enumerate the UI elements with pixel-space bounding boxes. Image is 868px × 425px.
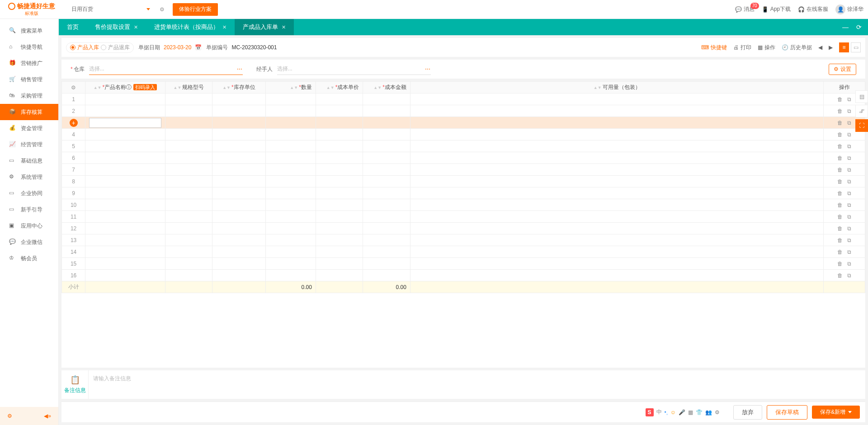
delete-row-icon[interactable]: 🗑 bbox=[837, 178, 843, 185]
copy-row-icon[interactable]: ⧉ bbox=[847, 96, 851, 103]
delete-row-icon[interactable]: 🗑 bbox=[837, 131, 843, 138]
scan-input-button[interactable]: 扫码录入 bbox=[133, 84, 157, 90]
sidebar-item-bag[interactable]: 🛍采购管理 bbox=[0, 88, 58, 104]
settings-button[interactable]: ⚙设置 bbox=[829, 64, 856, 75]
warehouse-field[interactable]: 仓库 选择...⋯ bbox=[71, 63, 243, 75]
col-spec[interactable]: ▲▼规格型号 bbox=[165, 82, 212, 93]
save-and-new-button[interactable]: 保存&新增 bbox=[812, 406, 860, 419]
col-unit[interactable]: ▲▼*库存单位 bbox=[212, 82, 266, 93]
operate-button[interactable]: ▦操作 bbox=[758, 44, 775, 51]
sidebar-item-home[interactable]: ⌂快捷导航 bbox=[0, 39, 58, 55]
table-row[interactable]: 4🗑⧉ bbox=[62, 129, 865, 140]
copy-row-icon[interactable]: ⧉ bbox=[847, 120, 851, 126]
delete-row-icon[interactable]: 🗑 bbox=[837, 167, 843, 173]
table-row[interactable]: 15🗑⧉ bbox=[62, 258, 865, 270]
copy-row-icon[interactable]: ⧉ bbox=[847, 155, 851, 161]
delete-row-icon[interactable]: 🗑 bbox=[837, 96, 843, 103]
tab-1[interactable]: 售价提取设置✕ bbox=[87, 19, 146, 35]
delete-row-icon[interactable]: 🗑 bbox=[837, 202, 843, 208]
view-list-button[interactable]: ≡ bbox=[839, 42, 849, 52]
app-download-button[interactable]: 📱App下载 bbox=[762, 5, 791, 13]
discard-button[interactable]: 放弃 bbox=[733, 405, 762, 420]
tab-minimize-button[interactable]: — bbox=[840, 22, 851, 33]
copy-row-icon[interactable]: ⧉ bbox=[847, 178, 851, 185]
sidebar-item-wallet[interactable]: 💰资金管理 bbox=[0, 120, 58, 136]
table-row[interactable]: +🗑⧉ bbox=[62, 117, 865, 129]
sidebar-item-vip[interactable]: ♔畅会员 bbox=[0, 250, 58, 266]
shortcut-link[interactable]: ⌨快捷键 bbox=[701, 44, 727, 51]
delete-row-icon[interactable]: 🗑 bbox=[837, 214, 843, 220]
copy-row-icon[interactable]: ⧉ bbox=[847, 214, 851, 220]
category-settings-button[interactable]: ⚙ bbox=[156, 3, 168, 16]
doc-date-field[interactable]: 单据日期 2023-03-20 📅 bbox=[138, 44, 202, 51]
col-settings[interactable]: ⚙ bbox=[62, 82, 85, 93]
sidebar-item-chart[interactable]: 📈经营管理 bbox=[0, 136, 58, 153]
sidebar-item-box[interactable]: 📦库存核算 bbox=[0, 104, 58, 120]
table-row[interactable]: 9🗑⧉ bbox=[62, 187, 865, 199]
sidebar-item-info[interactable]: ▭基础信息 bbox=[0, 153, 58, 169]
delete-row-icon[interactable]: 🗑 bbox=[837, 120, 843, 126]
messages-button[interactable]: 💬 消息 70 bbox=[735, 5, 755, 13]
radio-product-in[interactable]: 产品入库 bbox=[70, 44, 99, 51]
sidebar-item-team[interactable]: ▭企业协同 bbox=[0, 185, 58, 201]
sidebar-item-cart[interactable]: 🛒销售管理 bbox=[0, 71, 58, 88]
table-row[interactable]: 8🗑⧉ bbox=[62, 176, 865, 187]
col-qty[interactable]: ▲▼*数量 bbox=[265, 82, 316, 93]
copy-row-icon[interactable]: ⧉ bbox=[847, 272, 851, 279]
table-row[interactable]: 5🗑⧉ bbox=[62, 140, 865, 152]
remarks-input[interactable]: 请输入备注信息 bbox=[89, 370, 865, 399]
sidebar-item-gear[interactable]: ⚙系统管理 bbox=[0, 169, 58, 185]
sidebar-item-guide[interactable]: ▭新手引导 bbox=[0, 201, 58, 218]
table-row[interactable]: 1🗑⧉ bbox=[62, 93, 865, 105]
copy-row-icon[interactable]: ⧉ bbox=[847, 261, 851, 267]
col-available[interactable]: ▲▼可用量（包装） bbox=[410, 82, 824, 93]
close-icon[interactable]: ✕ bbox=[134, 24, 138, 30]
product-name-input[interactable] bbox=[89, 118, 161, 128]
delete-row-icon[interactable]: 🗑 bbox=[837, 108, 843, 114]
user-menu[interactable]: 👤徐泽华 bbox=[835, 5, 863, 14]
table-row[interactable]: 14🗑⧉ bbox=[62, 246, 865, 258]
copy-row-icon[interactable]: ⧉ bbox=[847, 190, 851, 196]
view-card-button[interactable]: ▭ bbox=[851, 42, 861, 52]
delete-row-icon[interactable]: 🗑 bbox=[837, 272, 843, 279]
prev-doc-button[interactable]: ◀ bbox=[818, 44, 822, 51]
sidebar-item-gift[interactable]: 🎁营销推广 bbox=[0, 55, 58, 71]
col-product-name[interactable]: ▲▼*产品名称ⓘ扫码录入 bbox=[85, 82, 165, 93]
sidebar-item-wechat[interactable]: 💬企业微信 bbox=[0, 234, 58, 250]
category-select[interactable]: 日用百货 bbox=[68, 3, 154, 16]
tab-0[interactable]: 首页 bbox=[59, 19, 87, 35]
col-price[interactable]: ▲▼*成本单价 bbox=[316, 82, 363, 93]
copy-row-icon[interactable]: ⧉ bbox=[847, 143, 851, 149]
close-icon[interactable]: ✕ bbox=[282, 24, 286, 30]
table-row[interactable]: 2🗑⧉ bbox=[62, 105, 865, 117]
online-service-button[interactable]: 🎧在线客服 bbox=[798, 5, 828, 13]
delete-row-icon[interactable]: 🗑 bbox=[837, 190, 843, 196]
tab-3[interactable]: 产成品入库单✕ bbox=[235, 19, 294, 35]
delete-row-icon[interactable]: 🗑 bbox=[837, 249, 843, 255]
radio-product-out[interactable]: 产品退库 bbox=[101, 44, 130, 51]
table-row[interactable]: 13🗑⧉ bbox=[62, 234, 865, 246]
close-icon[interactable]: ✕ bbox=[222, 24, 226, 30]
copy-row-icon[interactable]: ⧉ bbox=[847, 249, 851, 255]
tab-2[interactable]: 进货单统计表（按商品）✕ bbox=[146, 19, 235, 35]
delete-row-icon[interactable]: 🗑 bbox=[837, 237, 843, 243]
save-draft-button[interactable]: 保存草稿 bbox=[767, 405, 807, 420]
delete-row-icon[interactable]: 🗑 bbox=[837, 261, 843, 267]
copy-row-icon[interactable]: ⧉ bbox=[847, 131, 851, 138]
copy-row-icon[interactable]: ⧉ bbox=[847, 108, 851, 114]
handler-field[interactable]: 经手人 选择...⋯ bbox=[256, 63, 431, 75]
rail-attach-button[interactable]: 🖇 bbox=[855, 105, 868, 117]
sidebar-item-apps[interactable]: ▣应用中心 bbox=[0, 218, 58, 234]
try-industry-button[interactable]: 体验行业方案 bbox=[173, 3, 218, 16]
add-row-button[interactable]: + bbox=[70, 119, 78, 127]
copy-row-icon[interactable]: ⧉ bbox=[847, 225, 851, 232]
rail-expand-button[interactable]: ⛶ bbox=[855, 119, 868, 132]
col-amount[interactable]: ▲▼*成本金额 bbox=[363, 82, 410, 93]
sidebar-settings-icon[interactable]: ⚙ bbox=[7, 413, 12, 419]
table-row[interactable]: 6🗑⧉ bbox=[62, 152, 865, 164]
delete-row-icon[interactable]: 🗑 bbox=[837, 155, 843, 161]
rail-info-button[interactable]: ▤ bbox=[855, 90, 868, 103]
history-button[interactable]: 🕘历史单据 bbox=[782, 44, 812, 51]
print-button[interactable]: 🖨打印 bbox=[733, 44, 751, 51]
tab-refresh-button[interactable]: ⟳ bbox=[854, 22, 864, 33]
